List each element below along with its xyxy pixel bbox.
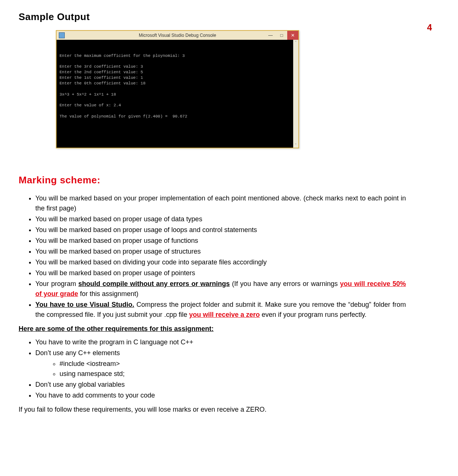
list-item: Your program should compile without any … xyxy=(35,279,406,299)
list-item: You have to add comments to your code xyxy=(35,390,406,401)
app-icon xyxy=(59,32,65,38)
page-number: 4 xyxy=(427,22,432,33)
console-window: Microsoft Visual Studio Debug Console — … xyxy=(56,30,299,148)
window-buttons: — □ ✕ xyxy=(265,31,298,40)
list-item: Don’t use any global variables xyxy=(35,380,406,390)
list-item: You will be marked based on proper usage… xyxy=(35,214,406,224)
minimize-button[interactable]: — xyxy=(265,31,276,40)
text: Don’t use any C++ elements xyxy=(35,349,120,357)
marking-scheme-heading: Marking scheme: xyxy=(19,174,439,186)
scroll-up-icon[interactable]: ˄ xyxy=(293,40,298,45)
list-item: You will be marked based on proper usage… xyxy=(35,247,406,257)
list-item: You will be marked based on proper usage… xyxy=(35,225,406,235)
footer-warning: If you fail to follow these requirements… xyxy=(19,406,439,414)
text: even if your program runs perfectly. xyxy=(260,311,366,318)
marking-list: You will be marked based on your proper … xyxy=(19,193,406,320)
maximize-button[interactable]: □ xyxy=(276,31,287,40)
console-screenshot: Microsoft Visual Studio Debug Console — … xyxy=(56,30,299,148)
sample-output-heading: Sample Output xyxy=(19,11,439,23)
list-item: You will be marked based on your proper … xyxy=(35,193,406,213)
list-item: You will be marked based on proper usage… xyxy=(35,236,406,246)
list-item: #include <iostream> xyxy=(60,359,406,369)
emph-compile-warning: should compile without any errors or war… xyxy=(78,280,230,287)
window-title: Microsoft Visual Studio Debug Console xyxy=(57,33,298,38)
console-text: Enter the maximum coefficient for the pl… xyxy=(57,51,298,122)
list-item: You will be marked based on dividing you… xyxy=(35,257,406,267)
titlebar: Microsoft Visual Studio Debug Console — … xyxy=(57,31,298,40)
other-requirements-heading: Here are some of the other requirements … xyxy=(19,325,439,333)
text: for this assignment) xyxy=(78,290,138,298)
requirements-list: You have to write the program in C langu… xyxy=(19,337,406,401)
sub-list: #include <iostream> using namespace std; xyxy=(35,359,406,379)
close-button[interactable]: ✕ xyxy=(287,31,298,40)
list-item: using namespace std; xyxy=(60,369,406,379)
list-item: You will be marked based on proper usage… xyxy=(35,268,406,278)
list-item: You have to use Visual Studio. Compress … xyxy=(35,300,406,320)
emph-receive-zero: you will receive a zero xyxy=(189,311,260,318)
list-item: You have to write the program in C langu… xyxy=(35,337,406,347)
console-body: Enter the maximum coefficient for the pl… xyxy=(57,40,298,148)
emph-visual-studio: You have to use Visual Studio. xyxy=(35,301,134,308)
text: Your program xyxy=(35,280,78,287)
list-item: Don’t use any C++ elements #include <ios… xyxy=(35,348,406,379)
scrollbar[interactable]: ˄ ˅ xyxy=(293,40,298,148)
text: (If you have any errors or warnings xyxy=(230,280,340,287)
scroll-down-icon[interactable]: ˅ xyxy=(293,142,298,148)
